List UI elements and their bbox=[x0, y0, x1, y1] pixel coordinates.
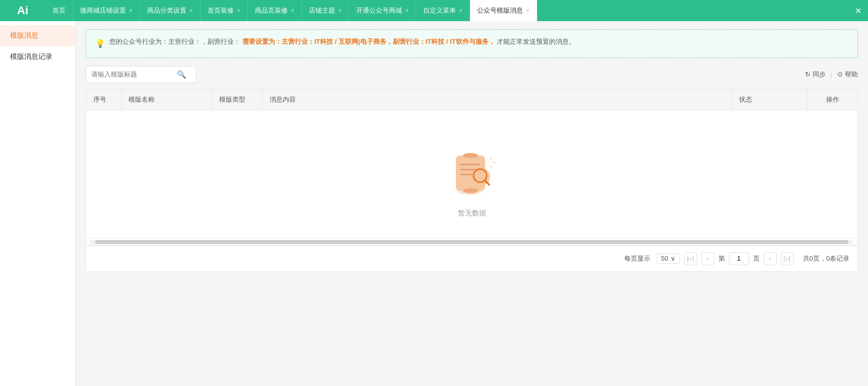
table-empty-row: 暂无数据 bbox=[86, 110, 858, 238]
nav-tab-custom-menu[interactable]: 自定义菜单× bbox=[416, 0, 470, 21]
close-tab-shop-theme[interactable]: × bbox=[338, 7, 342, 14]
page-label: 第 bbox=[718, 254, 725, 263]
close-tab-open-mall[interactable]: × bbox=[405, 7, 409, 14]
last-page-button[interactable]: ▷| bbox=[781, 252, 794, 265]
top-nav: Ai 首页微商城店铺设置×商品分类设置×首页装修×商品页装修×店铺主题×开通公众… bbox=[0, 0, 868, 21]
per-page-value: 50 bbox=[661, 255, 668, 262]
scrollbar-thumb[interactable] bbox=[95, 240, 848, 244]
nav-tab-open-mall[interactable]: 开通公众号商城× bbox=[349, 0, 416, 21]
close-tab-micro-shop[interactable]: × bbox=[129, 7, 132, 14]
col-header-type: 模版类型 bbox=[212, 89, 262, 110]
close-tab-custom-menu[interactable]: × bbox=[459, 7, 462, 14]
col-header-content: 消息内容 bbox=[262, 89, 732, 110]
table-header: 序号模版名称模版类型消息内容状态操作 bbox=[86, 89, 858, 110]
nav-tab-home[interactable]: 首页 bbox=[45, 0, 73, 21]
chevron-down-icon: ∨ bbox=[671, 255, 676, 262]
col-header-status: 状态 bbox=[732, 89, 808, 110]
per-page-select[interactable]: 50 ∨ bbox=[656, 253, 680, 264]
sync-button[interactable]: ↻ 同步 bbox=[805, 70, 826, 79]
sidebar-item-template-msg[interactable]: 模版消息 bbox=[0, 25, 75, 46]
empty-text: 暂无数据 bbox=[458, 209, 486, 218]
search-actions: ↻ 同步 | ⊙ 帮助 bbox=[805, 70, 858, 79]
close-tab-template-msg[interactable]: × bbox=[526, 7, 529, 14]
sidebar-item-template-msg-record[interactable]: 模版消息记录 bbox=[0, 46, 75, 67]
prev-page-button[interactable]: ‹ bbox=[701, 252, 714, 265]
scrollbar-row[interactable] bbox=[86, 239, 858, 246]
app-logo: Ai bbox=[0, 0, 45, 21]
empty-illustration bbox=[442, 140, 502, 201]
notice-box: 💡 您的公众号行业为：主营行业：，副营行业： 需要设置为：主营行业：IT科技 /… bbox=[86, 29, 858, 58]
notice-text: 您的公众号行业为：主营行业：，副营行业： 需要设置为：主营行业：IT科技 / 互… bbox=[109, 37, 575, 47]
search-input-wrap: 🔍 bbox=[86, 66, 196, 83]
per-page-label: 每页显示 bbox=[624, 254, 650, 263]
sync-icon: ↻ bbox=[805, 70, 811, 78]
page-unit: 页 bbox=[753, 254, 760, 263]
svg-point-8 bbox=[463, 153, 478, 158]
sidebar: 模版消息模版消息记录 bbox=[0, 21, 76, 386]
svg-point-9 bbox=[463, 188, 478, 193]
page-input[interactable] bbox=[729, 252, 749, 265]
pagination: 每页显示 50 ∨ |◁ ‹ 第 页 › ▷| 共0页，0条记录 bbox=[86, 246, 858, 272]
col-header-name: 模版名称 bbox=[121, 89, 212, 110]
search-input[interactable] bbox=[91, 70, 177, 78]
nav-tab-product-category[interactable]: 商品分类设置× bbox=[140, 0, 201, 21]
data-table: 序号模版名称模版类型消息内容状态操作 bbox=[86, 89, 858, 239]
close-tab-product-category[interactable]: × bbox=[189, 7, 193, 14]
nav-tab-product-decor[interactable]: 商品页装修× bbox=[248, 0, 302, 21]
search-bar: 🔍 ↻ 同步 | ⊙ 帮助 bbox=[86, 66, 858, 83]
close-tab-home-decor[interactable]: × bbox=[237, 7, 240, 14]
divider: | bbox=[831, 70, 832, 78]
notice-highlight: 需要设置为：主营行业：IT科技 / 互联网|电子商务，副营行业：IT科技 / I… bbox=[242, 38, 495, 45]
col-header-index: 序号 bbox=[86, 89, 121, 110]
scrollbar-track bbox=[90, 240, 853, 244]
nav-tab-template-msg[interactable]: 公众号模版消息× bbox=[470, 0, 537, 21]
nav-tab-shop-theme[interactable]: 店铺主题× bbox=[302, 0, 349, 21]
close-all-button[interactable]: ✕ bbox=[848, 0, 868, 21]
close-tab-product-decor[interactable]: × bbox=[291, 7, 294, 14]
first-page-button[interactable]: |◁ bbox=[684, 252, 697, 265]
svg-line-12 bbox=[490, 166, 492, 168]
notice-icon: 💡 bbox=[95, 37, 105, 50]
svg-line-10 bbox=[490, 158, 492, 160]
nav-tabs: 首页微商城店铺设置×商品分类设置×首页装修×商品页装修×店铺主题×开通公众号商城… bbox=[45, 0, 848, 21]
main-layout: 模版消息模版消息记录 💡 您的公众号行业为：主营行业：，副营行业： 需要设置为：… bbox=[0, 21, 868, 386]
content-area: 💡 您的公众号行业为：主营行业：，副营行业： 需要设置为：主营行业：IT科技 /… bbox=[76, 21, 868, 386]
col-header-action: 操作 bbox=[808, 89, 858, 110]
empty-state: 暂无数据 bbox=[86, 110, 857, 238]
nav-tab-micro-shop[interactable]: 微商城店铺设置× bbox=[73, 0, 140, 21]
nav-tab-home-decor[interactable]: 首页装修× bbox=[201, 0, 248, 21]
help-button[interactable]: ⊙ 帮助 bbox=[837, 70, 858, 79]
help-icon: ⊙ bbox=[837, 70, 843, 78]
search-icon[interactable]: 🔍 bbox=[177, 70, 186, 79]
next-page-button[interactable]: › bbox=[764, 252, 777, 265]
total-info: 共0页，0条记录 bbox=[803, 254, 849, 263]
